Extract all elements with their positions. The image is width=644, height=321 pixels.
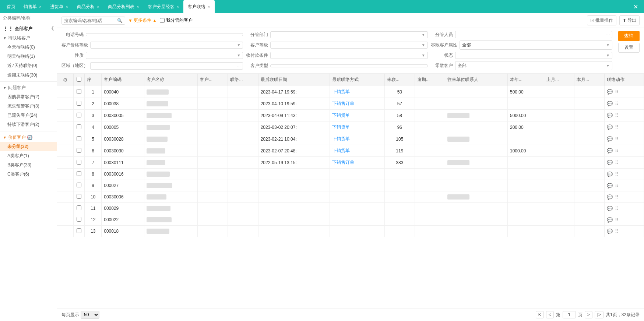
tab-customer-contact[interactable]: 客户联络 × — [183, 0, 214, 13]
sidebar-item-a-class[interactable]: A类客户(1) — [0, 151, 57, 160]
tab-customer-tier-close[interactable]: × — [177, 4, 179, 9]
sidebar-item-churned[interactable]: 已流失客户(24) — [0, 111, 57, 120]
tab-sales-close[interactable]: × — [39, 4, 41, 9]
export-button[interactable]: ⬆ 导出 — [619, 15, 640, 25]
th-this-year[interactable]: 本年... — [507, 74, 544, 86]
row-checkbox[interactable] — [74, 110, 85, 121]
message-icon[interactable]: 💬 — [607, 89, 613, 95]
more-icon[interactable]: ⠿ — [615, 172, 619, 177]
row-checkbox[interactable] — [74, 98, 85, 110]
sidebar-item-7days[interactable]: 近7天待联络(0) — [0, 61, 57, 70]
tab-analysis-list[interactable]: 商品分析列表 × — [103, 0, 143, 13]
my-customers-check[interactable] — [160, 18, 165, 23]
batch-op-button[interactable]: ☑ 批量操作 — [587, 15, 616, 25]
row-checkbox[interactable] — [74, 169, 85, 180]
tab-analysis-close[interactable]: × — [97, 4, 99, 9]
row-checkbox[interactable] — [74, 226, 85, 237]
th-last-date[interactable]: 最后联联日期 — [258, 74, 330, 86]
row-checkbox[interactable] — [74, 86, 85, 98]
th-gear[interactable]: ⚙ — [57, 74, 74, 86]
last-page-button[interactable]: |> — [595, 311, 603, 318]
payment-input[interactable]: ▼ — [270, 52, 427, 59]
tab-customer-contact-close[interactable]: × — [208, 4, 210, 9]
message-icon[interactable]: 💬 — [607, 229, 613, 234]
region-input[interactable]: ··· — [90, 62, 243, 70]
row-gear[interactable] — [57, 169, 74, 180]
collapse-icon[interactable]: 《 — [49, 25, 54, 32]
th-type[interactable]: 客户... — [198, 74, 228, 86]
sidebar-item-c-class[interactable]: C类客户(6) — [0, 170, 57, 179]
search-icon[interactable]: 🔍 — [117, 18, 123, 23]
th-no-contact[interactable]: 未联... — [384, 74, 415, 86]
phone-input[interactable] — [86, 33, 243, 36]
message-icon[interactable]: 💬 — [607, 113, 613, 118]
message-icon[interactable]: 💬 — [607, 183, 613, 188]
pending-group-label[interactable]: ▼ 待联络客户 — [0, 33, 57, 43]
prev-page-button[interactable]: < — [546, 311, 554, 318]
th-code[interactable]: 客户编码 — [102, 74, 144, 86]
value-group-label[interactable]: ▼ 价值客户 🔄 — [0, 133, 57, 142]
row-gear[interactable] — [57, 98, 74, 110]
tab-analysis[interactable]: 商品分析 × — [73, 0, 103, 13]
row-checkbox[interactable] — [74, 180, 85, 191]
tab-purchase-close[interactable]: × — [66, 4, 68, 9]
sidebar-item-tomorrow[interactable]: 明天待联络(1) — [0, 52, 57, 61]
message-icon[interactable]: 💬 — [607, 101, 613, 106]
message-icon[interactable]: 💬 — [607, 160, 613, 165]
sidebar-item-abnormal[interactable]: 因购异常客户(2) — [0, 92, 57, 102]
row-gear[interactable] — [57, 226, 74, 237]
next-page-button[interactable]: > — [585, 311, 592, 318]
message-icon[interactable]: 💬 — [607, 172, 613, 177]
more-icon[interactable]: ⠿ — [615, 148, 619, 154]
tab-analysis-list-close[interactable]: × — [137, 4, 139, 9]
more-icon[interactable]: ⠿ — [615, 229, 619, 234]
row-gear[interactable] — [57, 180, 74, 191]
sidebar-item-overdue[interactable]: 逾期未联络(30) — [0, 71, 57, 80]
sidebar-item-churn-warning[interactable]: 流失预警客户(3) — [0, 102, 57, 111]
category-search-input[interactable] — [3, 15, 57, 21]
row-checkbox[interactable] — [74, 157, 85, 169]
more-conditions-btn[interactable]: ▼ 更多条件 ▲ — [128, 17, 157, 24]
th-name[interactable]: 客户名称 — [144, 74, 198, 86]
th-last-method[interactable]: 最后联络方式 — [330, 74, 385, 86]
row-gear[interactable] — [57, 110, 74, 121]
dept-input[interactable]: ▼ — [270, 31, 427, 38]
more-icon[interactable]: ⠿ — [615, 206, 619, 211]
more-icon[interactable]: ⠿ — [615, 101, 619, 106]
row-gear[interactable] — [57, 86, 74, 98]
th-contact[interactable]: 联络... — [228, 74, 258, 86]
row-checkbox[interactable] — [74, 214, 85, 226]
nature-input[interactable]: ▼ — [86, 52, 243, 59]
gear-icon[interactable]: ⚙ — [63, 77, 68, 83]
more-icon[interactable]: ⠿ — [615, 89, 619, 95]
message-icon[interactable]: 💬 — [607, 124, 613, 130]
message-icon[interactable]: 💬 — [607, 217, 613, 223]
sidebar-item-b-class[interactable]: B类客户(33) — [0, 160, 57, 170]
row-checkbox[interactable] — [74, 191, 85, 203]
my-customers-checkbox[interactable]: 我分管的客户 — [160, 17, 193, 24]
status-input[interactable]: ▼ — [455, 52, 612, 59]
sidebar-item-ungroup[interactable]: 未分组(32) — [0, 142, 57, 151]
tab-sales[interactable]: 销售单 × — [19, 0, 46, 13]
sidebar-item-today[interactable]: 今天待联络(0) — [0, 43, 57, 52]
row-gear[interactable] — [57, 191, 74, 203]
manager-input[interactable]: ··· — [455, 31, 612, 38]
th-checkbox[interactable] — [74, 74, 85, 86]
message-icon[interactable]: 💬 — [607, 206, 613, 211]
customer-type-input[interactable] — [270, 64, 427, 67]
row-gear[interactable] — [57, 121, 74, 133]
more-icon[interactable]: ⠿ — [615, 124, 619, 130]
query-button[interactable]: 查询 — [618, 31, 640, 41]
row-gear[interactable] — [57, 145, 74, 157]
window-close-button[interactable]: ✕ — [630, 3, 641, 10]
message-icon[interactable]: 💬 — [607, 136, 613, 142]
row-gear[interactable] — [57, 214, 74, 226]
page-number-input[interactable] — [563, 311, 576, 318]
more-icon[interactable]: ⠿ — [615, 113, 619, 118]
main-search-input[interactable] — [64, 18, 116, 23]
retail-input[interactable]: 全部 ▼ — [455, 61, 612, 70]
customer-level-input[interactable]: ▼ — [270, 42, 427, 49]
more-icon[interactable]: ⠿ — [615, 217, 619, 223]
th-this-month[interactable]: 本月... — [574, 74, 604, 86]
message-icon[interactable]: 💬 — [607, 148, 613, 154]
